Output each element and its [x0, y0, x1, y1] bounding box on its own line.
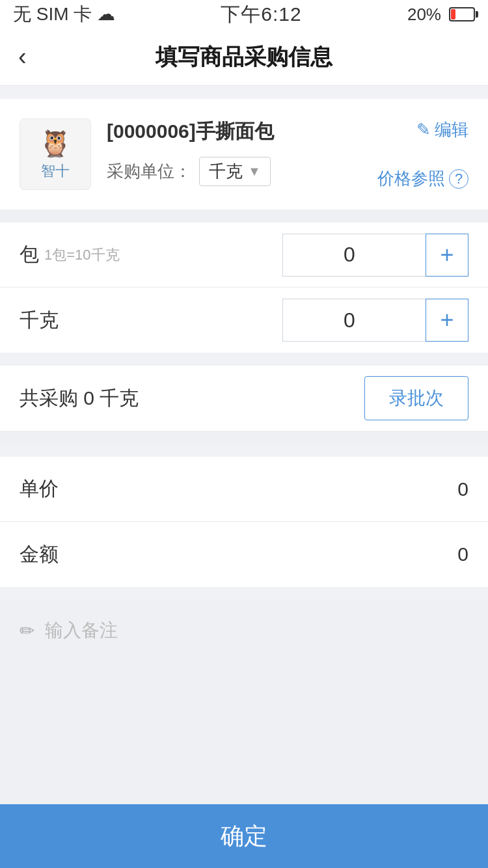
unit-label: 采购单位：	[107, 160, 191, 183]
notes-placeholder: 输入备注	[45, 618, 118, 643]
bao-input-wrapper: +	[282, 234, 468, 277]
amount-label: 金额	[20, 541, 59, 568]
price-ref-label: 价格参照	[377, 167, 445, 190]
back-button[interactable]: ‹	[18, 43, 27, 71]
edit-link[interactable]: ✎ 编辑	[416, 118, 468, 141]
unit-price-value: 0	[457, 478, 468, 500]
kg-input-row: 千克 +	[0, 288, 488, 353]
input-section: 包 1包=10千克 + 千克 +	[0, 223, 488, 353]
unit-price-row: 单价 0	[0, 457, 488, 522]
section-divider-1	[0, 210, 488, 223]
kg-label: 千克	[20, 307, 59, 334]
dropdown-arrow-icon: ▼	[248, 164, 261, 179]
bao-label: 包	[20, 241, 39, 268]
total-purchase-label: 共采购 0 千克	[20, 385, 139, 412]
record-batch-button[interactable]: 录批次	[364, 376, 468, 420]
bao-input[interactable]	[282, 234, 426, 277]
unit-select[interactable]: 千克 ▼	[199, 157, 271, 186]
edit-icon: ✎	[416, 120, 431, 140]
bao-plus-button[interactable]: +	[426, 234, 468, 277]
summary-row: 共采购 0 千克 录批次	[0, 366, 488, 431]
unit-value: 千克	[209, 160, 243, 183]
bao-input-row: 包 1包=10千克 +	[0, 223, 488, 288]
amount-row: 金额 0	[0, 522, 488, 587]
kg-plus-button[interactable]: +	[426, 299, 468, 342]
status-time: 下午6:12	[221, 1, 301, 28]
bao-sub-label: 1包=10千克	[44, 245, 120, 265]
price-ref-link[interactable]: 价格参照 ?	[377, 167, 468, 190]
kg-input-wrapper: +	[282, 299, 468, 342]
status-left: 无 SIM 卡 ☁	[13, 2, 115, 27]
page-title: 填写商品采购信息	[156, 42, 332, 72]
unit-price-label: 单价	[20, 476, 59, 502]
battery-percent: 20%	[407, 5, 441, 25]
amount-value: 0	[457, 543, 468, 565]
help-icon: ?	[449, 169, 468, 189]
nav-bar: ‹ 填写商品采购信息	[0, 29, 488, 86]
product-brand-text: 智十	[41, 161, 70, 181]
confirm-button[interactable]: 确定	[0, 804, 488, 868]
status-right: 20%	[407, 5, 475, 25]
price-section: 单价 0 金额 0	[0, 457, 488, 587]
section-divider-2	[0, 431, 488, 444]
summary-section: 共采购 0 千克 录批次	[0, 366, 488, 431]
product-card: 🦉 智十 [0000006]手撕面包 采购单位： 千克 ▼ ✎ 编辑 价格参照 …	[0, 99, 488, 210]
sim-status: 无 SIM 卡 ☁	[13, 2, 115, 27]
product-name: [0000006]手撕面包	[107, 118, 468, 145]
battery-icon	[449, 7, 475, 21]
status-bar: 无 SIM 卡 ☁ 下午6:12 20%	[0, 0, 488, 29]
product-owl-icon: 🦉	[39, 128, 72, 159]
pencil-icon: ✏	[20, 620, 34, 642]
notes-section[interactable]: ✏ 输入备注	[0, 600, 488, 661]
kg-input[interactable]	[282, 299, 426, 342]
product-image: 🦉 智十	[20, 118, 91, 190]
edit-label: 编辑	[435, 118, 468, 141]
